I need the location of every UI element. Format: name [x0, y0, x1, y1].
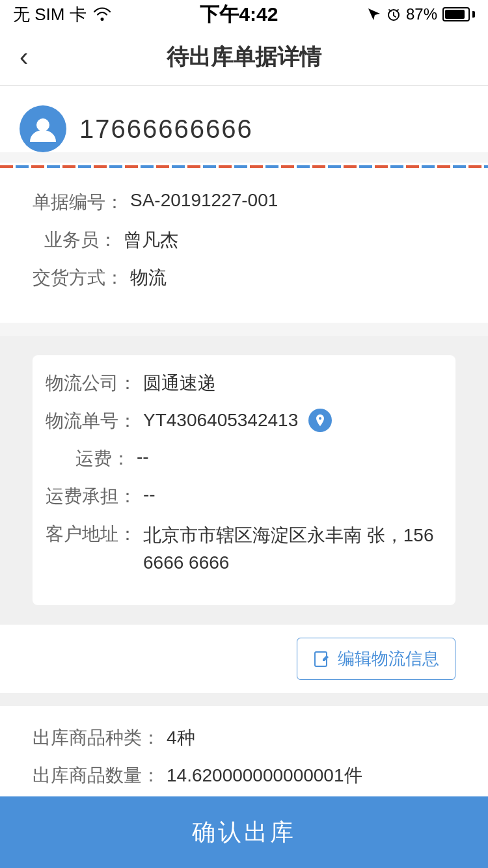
product-quantity-row: 出库商品数量： 14.620000000000001件	[33, 763, 455, 788]
status-time: 下午4:42	[200, 1, 278, 28]
alarm-icon	[386, 7, 401, 21]
dashed-divider	[0, 163, 488, 170]
section-separator	[0, 693, 488, 706]
svg-point-1	[36, 118, 49, 131]
salesman-label: 业务员：	[33, 228, 117, 252]
dashed-line	[0, 165, 488, 168]
freight-label: 运费：	[46, 446, 130, 471]
order-info-section: 单据编号： SA-20191227-001 业务员： 曾凡杰 交货方式： 物流	[0, 170, 488, 323]
back-button[interactable]: ‹	[20, 42, 28, 72]
status-carrier: 无 SIM 卡	[13, 3, 111, 26]
status-right: 87%	[367, 5, 475, 23]
freight-bear-row: 运费承担： --	[46, 484, 442, 509]
user-section: 17666666666	[0, 86, 488, 152]
delivery-value: 物流	[130, 265, 455, 290]
tracking-value: YT43064053424​13	[143, 409, 442, 432]
tracking-location-icon[interactable]	[308, 409, 332, 432]
status-bar: 无 SIM 卡 下午4:42 87%	[0, 0, 488, 29]
confirm-btn-bar[interactable]: 确认出库	[0, 796, 488, 868]
freight-value: --	[137, 446, 442, 467]
battery-icon	[442, 7, 475, 21]
freight-bear-value: --	[143, 484, 442, 505]
address-row: 客户地址： 北京市市辖区海淀区永丰南 张，156 6666 6666	[46, 522, 442, 576]
tracking-label: 物流单号：	[46, 409, 137, 433]
order-number-value: SA-20191227-001	[130, 190, 455, 211]
product-quantity-label: 出库商品数量：	[33, 763, 160, 788]
order-number-label: 单据编号：	[33, 190, 124, 215]
tracking-row: 物流单号： YT43064053424​13	[46, 409, 442, 433]
edit-btn-row: 编辑物流信息	[0, 625, 488, 693]
edit-icon	[313, 650, 331, 668]
product-type-value: 4种	[167, 726, 455, 750]
product-quantity-value: 14.620000000000001件	[167, 763, 455, 788]
product-type-row: 出库商品种类： 4种	[33, 726, 455, 750]
battery-percent: 87%	[406, 5, 437, 23]
wifi-icon	[93, 7, 111, 21]
logistics-inner: 物流公司： 圆通速递 物流单号： YT43064053424​13 运费： --	[33, 355, 455, 605]
nav-bar: ‹ 待出库单据详情	[0, 29, 488, 86]
content: 17666666666 单据编号： SA-20191227-001 业务员： 曾…	[0, 86, 488, 868]
tracking-number: YT43064053424​13	[143, 410, 298, 431]
delivery-row: 交货方式： 物流	[33, 265, 455, 290]
carrier-text: 无 SIM 卡	[13, 3, 87, 26]
map-pin-icon	[313, 413, 327, 427]
user-phone: 17666666666	[79, 115, 253, 144]
confirm-btn-label: 确认出库	[192, 817, 296, 848]
address-label: 客户地址：	[46, 522, 137, 547]
freight-row: 运费： --	[46, 446, 442, 471]
logistics-company-label: 物流公司：	[46, 371, 137, 396]
edit-logistics-label: 编辑物流信息	[338, 647, 439, 670]
salesman-value: 曾凡杰	[124, 228, 455, 252]
salesman-row: 业务员： 曾凡杰	[33, 228, 455, 252]
user-icon	[27, 113, 59, 144]
logistics-company-value: 圆通速递	[143, 371, 442, 396]
logistics-section: 物流公司： 圆通速递 物流单号： YT43064053424​13 运费： --	[0, 336, 488, 625]
location-nav-icon	[367, 7, 381, 21]
product-type-label: 出库商品种类：	[33, 726, 160, 750]
edit-logistics-button[interactable]: 编辑物流信息	[297, 638, 455, 680]
freight-bear-label: 运费承担：	[46, 484, 137, 509]
avatar	[20, 105, 66, 152]
order-number-row: 单据编号： SA-20191227-001	[33, 190, 455, 215]
delivery-label: 交货方式：	[33, 265, 124, 290]
address-value: 北京市市辖区海淀区永丰南 张，156 6666 6666	[143, 522, 442, 576]
page-title: 待出库单据详情	[167, 42, 321, 72]
logistics-company-row: 物流公司： 圆通速递	[46, 371, 442, 396]
